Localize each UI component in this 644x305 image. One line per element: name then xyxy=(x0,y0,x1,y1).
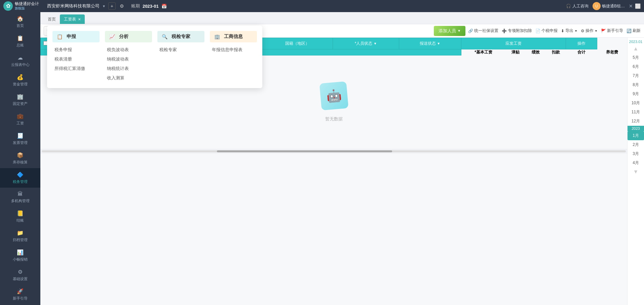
add-person-button[interactable]: 添加人员 ▼ xyxy=(434,26,465,36)
export-icon: ⬇ xyxy=(561,29,564,33)
fenxi-section-title: 分析 xyxy=(119,34,128,40)
action-label-guide: 新手引导 xyxy=(607,28,623,34)
sidebar-item-capital[interactable]: 💰 资金管理 xyxy=(0,71,40,90)
date-month-10-2022[interactable]: 10月 xyxy=(628,99,644,108)
menu-item-tax-statistics[interactable]: 纳税统计表 xyxy=(105,64,152,73)
action-export[interactable]: ⬇ 导出 ▼ xyxy=(561,28,577,34)
th-allowance: 津贴 xyxy=(506,49,526,55)
sidebar-item-ledger[interactable]: 📋 总账 xyxy=(0,32,40,51)
gongshang-section-title: 工商信息 xyxy=(224,34,243,40)
capital-icon: 💰 xyxy=(17,74,24,80)
settings-icon-side: ⚙ xyxy=(18,269,23,275)
sidebar-item-home[interactable]: 🏠 首页 xyxy=(0,12,40,32)
date-panel-down[interactable]: ▼ xyxy=(633,167,639,176)
app-subtitle: 旗舰版 xyxy=(15,6,39,11)
action-refresh[interactable]: 🔄 刷新 xyxy=(627,28,641,34)
app-title: 畅捷通好会计 xyxy=(15,1,39,6)
action-social-insurance[interactable]: 🔗 统一社保设置 xyxy=(468,28,498,34)
date-month-12-2022[interactable]: 12月 xyxy=(628,117,644,126)
date-month-8-2022[interactable]: 8月 xyxy=(628,80,644,89)
date-panel: 2023.01 ▲ 5月 6月 7月 8月 9月 10月 11月 12月 202… xyxy=(627,38,644,305)
shuijian-section-icon: 🔍 xyxy=(160,32,169,41)
date-month-3-2023[interactable]: 3月 xyxy=(628,149,644,158)
sidebar-label-ledger: 总账 xyxy=(16,43,24,48)
date-month-5-2022[interactable]: 5月 xyxy=(628,53,644,62)
date-month-2-2023[interactable]: 2月 xyxy=(628,140,644,149)
menu-item-income-tax-settle[interactable]: 所得税汇算清缴 xyxy=(52,64,100,73)
sidebar: 🏠 首页 📋 总账 ☁ 云报表中心 💰 资金管理 🏢 固定资产 💼 工资 🧾 发… xyxy=(0,12,40,305)
date-month-9-2022[interactable]: 9月 xyxy=(628,89,644,99)
menu-item-tax-expert[interactable]: 税检专家 xyxy=(157,45,204,54)
add-person-arrow: ▼ xyxy=(457,29,461,33)
sidebar-label-capital: 资金管理 xyxy=(13,82,28,87)
action-operate[interactable]: ⚙ 操作 ▼ xyxy=(581,28,598,34)
service-button[interactable]: 🎧 人工咨询 xyxy=(566,3,589,9)
sidebar-item-guide[interactable]: 🚀 新手引导 xyxy=(0,285,40,304)
action-label-deduction: 专项附加扣除 xyxy=(508,28,532,34)
horizontal-scrollbar[interactable] xyxy=(40,149,627,154)
menu-item-tax-declare[interactable]: 税务申报 xyxy=(52,45,100,54)
sidebar-item-tax[interactable]: 🔷 税务管理 xyxy=(0,168,40,188)
action-new-guide[interactable]: 🚩 新手引导 xyxy=(601,28,623,34)
operate-icon: ⚙ xyxy=(581,29,584,33)
sidebar-label-archive: 归档管理 xyxy=(13,237,28,242)
dropdown-section-shenb: 📋 申报 税务申报 税表清册 所得税汇算清缴 xyxy=(52,31,100,83)
logo-text-block: 畅捷通好会计 旗舰版 xyxy=(15,1,39,11)
action-special-deduction[interactable]: ➕ 专项附加扣除 xyxy=(502,28,532,34)
company-name: 西安虾米网络科技有限公司 xyxy=(47,3,100,9)
empty-text: 暂无数据 xyxy=(325,116,343,122)
menu-item-tax-table[interactable]: 税表清册 xyxy=(52,54,100,64)
tax-icon: 🔷 xyxy=(17,171,24,178)
menu-item-annual-report[interactable]: 年报信息申报表 xyxy=(210,45,257,54)
date-month-4-2023[interactable]: 4月 xyxy=(628,158,644,167)
tab-home[interactable]: 首页 xyxy=(44,14,60,24)
company-area: 西安虾米网络科技有限公司 ▼ + ⚙ 账期 2023-01 📅 xyxy=(47,2,167,10)
tab-bar: 首页 工资表 ✕ xyxy=(40,12,644,24)
th-total: 合计 xyxy=(566,49,597,55)
scroll-track[interactable] xyxy=(42,150,626,152)
date-month-1-2023[interactable]: 1月 xyxy=(628,131,644,140)
tab-salary[interactable]: 工资表 ✕ xyxy=(60,14,85,24)
window-restore-button[interactable]: ⬜ xyxy=(635,3,641,9)
date-month-7-2022[interactable]: 7月 xyxy=(628,71,644,80)
sidebar-item-expense[interactable]: 📊 小畅报销 xyxy=(0,246,40,265)
settings-icon[interactable]: ⚙ xyxy=(118,2,126,10)
sidebar-item-inventory[interactable]: 📦 库存核算 xyxy=(0,149,40,168)
sidebar-item-cloud-report[interactable]: ☁ 云报表中心 xyxy=(0,51,40,71)
add-person-label: 添加人员 xyxy=(439,28,456,34)
window-controls: ✕ ⬜ xyxy=(629,3,641,9)
expense-icon: 📊 xyxy=(17,249,24,256)
date-panel-up[interactable]: ▲ xyxy=(633,44,639,53)
dropdown-section-fenxi: 📈 分析 税负波动表 纳税波动表 纳税统计表 收入测算 xyxy=(105,31,152,83)
sidebar-item-assets[interactable]: 🏢 固定资产 xyxy=(0,90,40,110)
date-year-2023[interactable]: 2023 xyxy=(628,126,644,131)
sidebar-label-closing: 结账 xyxy=(16,218,24,223)
menu-item-income-estimate[interactable]: 收入测算 xyxy=(105,73,152,83)
action-tax-report[interactable]: 📄 个税申报 xyxy=(535,28,558,34)
shenb-section-icon: 📋 xyxy=(55,32,64,41)
action-label-refresh: 刷新 xyxy=(633,28,641,34)
cloud-icon: ☁ xyxy=(17,54,23,61)
scroll-thumb[interactable] xyxy=(217,150,392,152)
menu-item-tax-fluctuation[interactable]: 纳税波动表 xyxy=(105,54,152,64)
sidebar-item-invoice[interactable]: 🧾 发票管理 xyxy=(0,129,40,149)
gongshang-section-icon: 🏢 xyxy=(213,32,221,41)
sidebar-item-basic-settings[interactable]: ⚙ 基础设置 xyxy=(0,265,40,285)
sidebar-item-closing[interactable]: 📒 结账 xyxy=(0,207,40,226)
date-month-11-2022[interactable]: 11月 xyxy=(628,108,644,117)
sidebar-label-home: 首页 xyxy=(16,23,24,28)
user-menu[interactable]: U 畅捷通B组… xyxy=(593,2,625,10)
date-month-6-2022[interactable]: 6月 xyxy=(628,62,644,71)
tab-salary-close[interactable]: ✕ xyxy=(78,17,81,21)
salary-icon: 💼 xyxy=(17,113,24,119)
sidebar-item-salary[interactable]: 💼 工资 xyxy=(0,110,40,129)
menu-item-tax-burden[interactable]: 税负波动表 xyxy=(105,45,152,54)
add-company-button[interactable]: + xyxy=(108,2,116,10)
window-close-button[interactable]: ✕ xyxy=(629,3,633,9)
home-icon: 🏠 xyxy=(17,15,24,22)
period-label: 账期 xyxy=(131,3,140,9)
sidebar-item-archive[interactable]: 📁 归档管理 xyxy=(0,226,40,246)
calendar-icon[interactable]: 📅 xyxy=(161,4,167,9)
sidebar-item-multi-org[interactable]: 🏛 多机构管理 xyxy=(0,188,40,207)
company-dropdown-icon[interactable]: ▼ xyxy=(102,4,106,8)
